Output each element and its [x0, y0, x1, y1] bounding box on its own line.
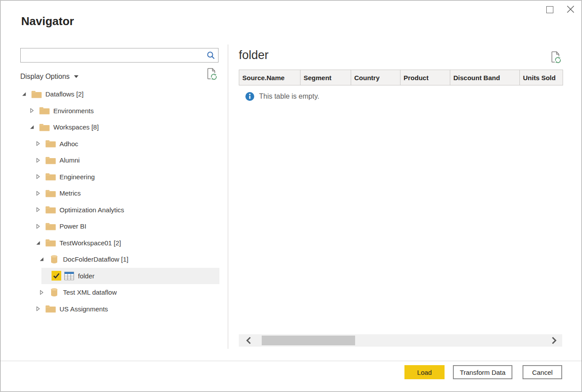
tree-item-label: Metrics	[59, 189, 81, 197]
close-icon	[566, 5, 575, 14]
folder-icon	[39, 107, 50, 115]
folder-icon	[45, 140, 56, 148]
panel-divider	[228, 44, 228, 349]
chevron-left-icon	[246, 337, 251, 344]
tree-item-label: Environments	[53, 107, 94, 115]
tree-item-label: Adhoc	[59, 140, 78, 148]
tree-item-us-assignments[interactable]: US Assignments	[20, 301, 219, 318]
display-options-dropdown[interactable]: Display Options	[20, 70, 78, 83]
caret-collapsed-icon[interactable]	[30, 108, 34, 113]
tree-item-test-xml-dataflow[interactable]: Test XML dataflow	[20, 284, 219, 301]
tree-item-label: folder	[78, 272, 95, 280]
column-header-country: Country	[351, 70, 400, 85]
tree-item-optimization-analytics[interactable]: Optimization Analytics	[20, 202, 219, 218]
caret-collapsed-icon[interactable]	[36, 306, 40, 311]
column-header-segment: Segment	[300, 70, 351, 85]
cancel-button[interactable]: Cancel	[523, 365, 562, 379]
scrollbar-thumb[interactable]	[262, 336, 355, 345]
refresh-button-left[interactable]	[206, 68, 218, 83]
search-input[interactable]	[21, 48, 204, 62]
tree-item-metrics[interactable]: Metrics	[20, 185, 219, 202]
empty-table-message-row: This table is empty.	[245, 92, 319, 101]
caret-collapsed-icon[interactable]	[39, 290, 44, 295]
folder-icon	[45, 189, 56, 197]
refresh-icon	[206, 68, 218, 81]
caret-expanded-icon[interactable]	[36, 240, 41, 245]
tree-item-label: TestWorkspace01 [2]	[59, 239, 121, 247]
caret-collapsed-icon[interactable]	[36, 158, 40, 163]
tree-item-label: Optimization Analytics	[59, 206, 124, 214]
folder-icon	[45, 222, 56, 230]
empty-table-message: This table is empty.	[259, 92, 319, 100]
tree-item-label: Test XML dataflow	[63, 288, 117, 296]
caret-expanded-icon[interactable]	[22, 92, 26, 96]
folder-icon	[31, 90, 42, 98]
checkmark-icon	[53, 273, 60, 279]
tree-item-label: US Assignments	[59, 305, 108, 313]
transform-data-button[interactable]: Transform Data	[453, 365, 512, 379]
caret-collapsed-icon[interactable]	[36, 191, 40, 196]
preview-title: folder	[239, 48, 269, 62]
scroll-right-button[interactable]	[552, 337, 557, 344]
tree-item-folder[interactable]: folder	[41, 268, 219, 285]
tree-item-dataflows-2[interactable]: Dataflows [2]	[20, 86, 219, 103]
checkbox[interactable]	[52, 271, 61, 281]
tree-item-label: Engineering	[59, 173, 95, 181]
tree-item-label: DocFolderDataflow [1]	[63, 255, 128, 263]
horizontal-scrollbar[interactable]	[239, 334, 562, 347]
column-header-units-sold: Units Sold	[520, 70, 563, 85]
tree-item-label: Power BI	[59, 222, 86, 230]
column-header-product: Product	[400, 70, 450, 85]
caret-expanded-icon[interactable]	[30, 125, 34, 129]
tree-item-label: Workspaces [8]	[53, 123, 99, 131]
tree-item-testworkspace01-2[interactable]: TestWorkspace01 [2]	[20, 235, 219, 251]
info-icon	[245, 92, 254, 101]
tree-item-docfolderdataflow-1[interactable]: DocFolderDataflow [1]	[20, 251, 219, 268]
dataflow-icon	[51, 255, 58, 264]
chevron-right-icon	[552, 337, 557, 344]
folder-icon	[45, 173, 56, 181]
close-button[interactable]	[566, 5, 575, 14]
folder-icon	[45, 239, 56, 247]
dialog-title: Navigator	[21, 15, 74, 28]
navigator-tree: Dataflows [2] Environments Workspaces [8…	[20, 86, 219, 317]
dataflow-icon	[51, 288, 58, 297]
column-header-discount-band: Discount Band	[450, 70, 520, 85]
folder-icon	[39, 123, 50, 131]
caret-collapsed-icon[interactable]	[36, 207, 40, 212]
caret-collapsed-icon[interactable]	[36, 174, 40, 179]
caret-expanded-icon[interactable]	[39, 257, 44, 262]
scroll-left-button[interactable]	[246, 337, 251, 344]
folder-icon	[45, 305, 56, 313]
footer-divider	[0, 361, 582, 361]
display-options-label: Display Options	[20, 73, 70, 81]
caret-collapsed-icon[interactable]	[36, 141, 40, 146]
table-icon	[64, 272, 74, 280]
tree-item-power-bi[interactable]: Power BI	[20, 218, 219, 235]
folder-icon	[45, 206, 56, 214]
navigator-dialog: Navigator Display Options	[0, 0, 582, 392]
chevron-down-icon	[74, 75, 78, 78]
tree-item-alumni[interactable]: Alumni	[20, 152, 219, 169]
folder-icon	[45, 156, 56, 164]
refresh-button-preview[interactable]	[550, 51, 562, 66]
search-icon[interactable]	[204, 51, 218, 60]
tree-item-workspaces-8[interactable]: Workspaces [8]	[20, 119, 219, 136]
search-box	[20, 48, 219, 63]
refresh-icon	[550, 51, 562, 64]
tree-item-label: Alumni	[59, 156, 80, 164]
maximize-button[interactable]	[546, 6, 553, 13]
column-header-source-name: Source.Name	[239, 70, 300, 85]
preview-table-header: Source.NameSegmentCountryProductDiscount…	[239, 70, 563, 85]
load-button[interactable]: Load	[404, 365, 445, 379]
caret-collapsed-icon[interactable]	[36, 224, 40, 229]
tree-item-engineering[interactable]: Engineering	[20, 169, 219, 185]
tree-item-label: Dataflows [2]	[45, 90, 84, 98]
tree-item-adhoc[interactable]: Adhoc	[20, 136, 219, 152]
tree-item-environments[interactable]: Environments	[20, 103, 219, 119]
